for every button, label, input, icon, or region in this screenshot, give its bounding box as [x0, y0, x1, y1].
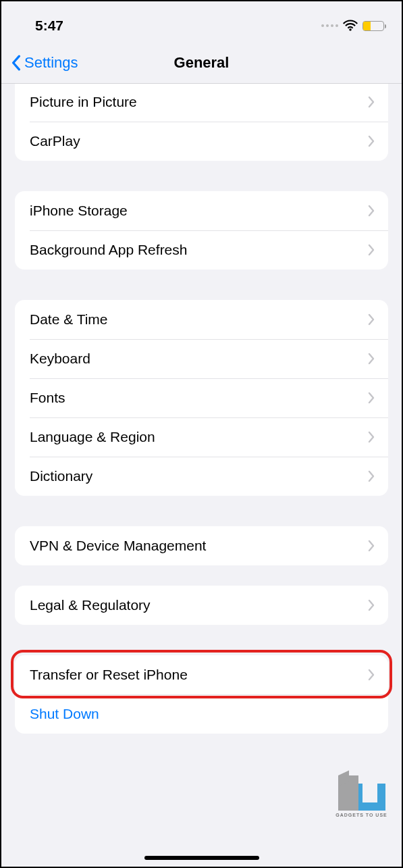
- chevron-right-icon: [368, 313, 375, 326]
- chevron-right-icon: [368, 599, 375, 611]
- watermark-logo: GADGETS TO USE: [329, 775, 394, 829]
- chevron-left-icon: [11, 55, 22, 71]
- row-shut-down[interactable]: Shut Down: [15, 694, 388, 734]
- chevron-right-icon: [368, 392, 375, 404]
- row-label: Date & Time: [30, 311, 108, 328]
- row-label: iPhone Storage: [30, 203, 128, 219]
- chevron-right-icon: [368, 135, 375, 147]
- settings-group: VPN & Device Management: [15, 526, 388, 565]
- row-date-time[interactable]: Date & Time: [15, 300, 388, 339]
- row-background-app-refresh[interactable]: Background App Refresh: [15, 230, 388, 270]
- row-fonts[interactable]: Fonts: [15, 378, 388, 417]
- back-button[interactable]: Settings: [1, 54, 78, 72]
- row-label: Transfer or Reset iPhone: [30, 667, 188, 683]
- settings-group: Picture in Picture CarPlay: [15, 84, 388, 161]
- row-picture-in-picture[interactable]: Picture in Picture: [15, 84, 388, 122]
- chevron-right-icon: [368, 540, 375, 552]
- chevron-right-icon: [368, 470, 375, 482]
- chevron-right-icon: [368, 205, 375, 217]
- settings-group: Date & Time Keyboard Fonts Language & Re…: [15, 300, 388, 496]
- row-language-region[interactable]: Language & Region: [15, 417, 388, 457]
- row-label: Shut Down: [30, 706, 99, 722]
- row-dictionary[interactable]: Dictionary: [15, 457, 388, 496]
- chevron-right-icon: [368, 431, 375, 443]
- row-label: VPN & Device Management: [30, 538, 206, 554]
- row-iphone-storage[interactable]: iPhone Storage: [15, 191, 388, 230]
- row-legal-regulatory[interactable]: Legal & Regulatory: [15, 586, 388, 625]
- cellular-dots-icon: [321, 24, 338, 27]
- battery-icon: [362, 21, 384, 31]
- chevron-right-icon: [368, 244, 375, 256]
- back-label: Settings: [24, 54, 78, 72]
- status-indicators: [321, 20, 384, 32]
- status-bar: 5:47: [1, 1, 402, 42]
- chevron-right-icon: [368, 669, 375, 681]
- row-label: Keyboard: [30, 351, 90, 367]
- watermark-text: GADGETS TO USE: [335, 813, 387, 817]
- chevron-right-icon: [368, 96, 375, 108]
- row-label: CarPlay: [30, 133, 80, 149]
- home-indicator[interactable]: [144, 856, 259, 860]
- settings-group: iPhone Storage Background App Refresh: [15, 191, 388, 270]
- row-label: Background App Refresh: [30, 242, 187, 258]
- status-time: 5:47: [35, 18, 63, 34]
- settings-content: Picture in Picture CarPlay iPhone Storag…: [1, 84, 402, 867]
- chevron-right-icon: [368, 353, 375, 365]
- row-label: Dictionary: [30, 468, 92, 484]
- row-label: Language & Region: [30, 429, 155, 445]
- settings-group: Legal & Regulatory: [15, 586, 388, 625]
- row-vpn-device-management[interactable]: VPN & Device Management: [15, 526, 388, 565]
- row-label: Legal & Regulatory: [30, 597, 151, 613]
- page-title: General: [174, 54, 230, 72]
- nav-bar: Settings General: [1, 42, 402, 84]
- row-carplay[interactable]: CarPlay: [15, 122, 388, 161]
- settings-group: Transfer or Reset iPhone Shut Down: [15, 655, 388, 734]
- row-label: Fonts: [30, 390, 65, 406]
- row-keyboard[interactable]: Keyboard: [15, 339, 388, 378]
- row-transfer-reset-iphone[interactable]: Transfer or Reset iPhone: [15, 655, 388, 694]
- row-label: Picture in Picture: [30, 94, 137, 110]
- wifi-icon: [343, 20, 358, 32]
